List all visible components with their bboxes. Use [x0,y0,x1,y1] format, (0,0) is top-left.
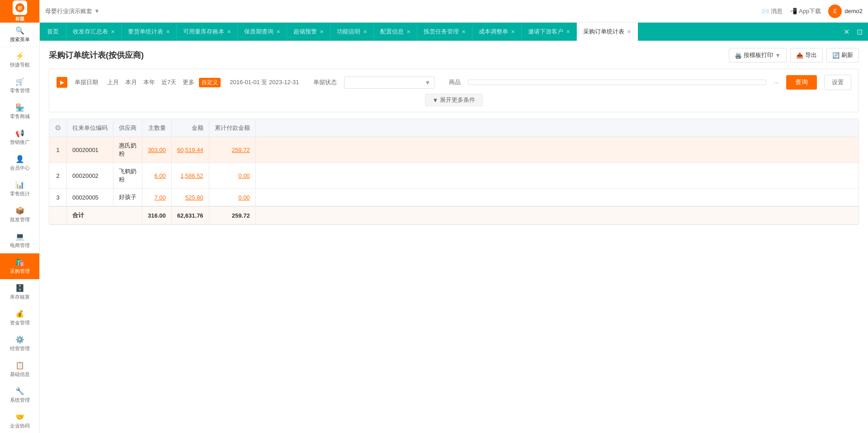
cell-amount-2[interactable]: 1,586.52 [171,163,209,189]
amount-link-2[interactable]: 1,586.52 [180,172,203,179]
tab-yaoqing[interactable]: 邀请下游客户 ✕ [522,23,577,41]
tab-peizhi-close[interactable]: ✕ [406,29,410,35]
tab-peizhi[interactable]: 配置信息 ✕ [374,23,417,41]
finance-icon: 💰 [15,309,24,318]
shortcut-more[interactable]: 更多 [181,77,196,87]
settings-button[interactable]: 设置 [824,75,851,90]
print-button[interactable]: 🖨️ 按模板打印 ▼ [729,48,787,62]
username-label: demo2 [844,8,863,14]
tab-gongnengshuo[interactable]: 功能说明 ✕ [330,23,374,41]
sidebar-item-finance[interactable]: 💰 资金管理 [0,305,39,331]
export-button[interactable]: 📤 导出 [790,48,823,62]
sidebar-item-wholesale[interactable]: 📦 批发管理 [0,202,39,228]
footer-amount: 62,631.76 [171,206,209,224]
breadcrumb-arrow-icon[interactable]: ▼ [94,8,100,14]
tab-chengben-close[interactable]: ✕ [511,29,515,35]
sidebar-item-marketing[interactable]: 📢 营销推广 [0,124,39,150]
shortcut-thismonth[interactable]: 本月 [123,77,139,87]
basic-icon: 📋 [15,361,24,370]
tab-home-label: 首页 [47,28,59,36]
member-icon: 👤 [15,155,24,163]
cell-supplier-name-3: 好孩子 [113,189,142,207]
paid-link-3[interactable]: 0.00 [238,194,250,201]
query-button[interactable]: 查询 [786,75,817,90]
paid-link-2[interactable]: 0.00 [238,172,250,179]
main-qty-link-1[interactable]: 303.00 [148,147,166,153]
cell-amount-3[interactable]: 525.80 [171,189,209,207]
tab-baozhi[interactable]: 保质期查询 ✕ [238,23,287,41]
tab-yaohuodangtongji-close[interactable]: ✕ [166,29,170,35]
tab-chaochuyujing-close[interactable]: ✕ [320,29,324,35]
main-qty-link-2[interactable]: 6.00 [154,172,165,179]
shortcut-thisyear[interactable]: 本年 [142,77,157,87]
sidebar-item-ecom[interactable]: 💻 电商管理 [0,228,39,253]
cell-amount-1[interactable]: 60,519.44 [171,137,209,163]
sidebar-label-quicknav: 快捷导航 [10,62,30,68]
tab-caigou[interactable]: 采购订单统计表 ✕ [577,23,638,41]
shortcut-7days[interactable]: 近7天 [160,77,178,87]
status-select[interactable]: ▼ [344,76,434,89]
operation-icon: ⚙️ [15,335,24,344]
tab-gongnengshuo-close[interactable]: ✕ [363,29,367,35]
filter-row: ▶ 单据日期 上月 本月 本年 近7天 更多 自定义 2016-01-01 至 … [57,75,851,90]
cell-main-qty-3[interactable]: 7.00 [142,189,172,207]
expand-tabs-button[interactable]: ⊡ [855,26,864,38]
close-all-tabs-button[interactable]: ✕ [842,26,851,38]
tab-chengben[interactable]: 成本调整单 ✕ [472,23,522,41]
user-menu[interactable]: E demo2 [828,5,863,18]
sidebar-item-inventory[interactable]: 🗄️ 库存核算 [0,279,39,305]
sidebar-item-basic[interactable]: 📋 基础信息 [0,357,39,382]
expand-button[interactable]: ▼ 展开更多条件 [425,94,483,106]
tab-yaoqing-close[interactable]: ✕ [566,29,570,35]
tab-home[interactable]: 首页 [40,23,66,41]
sidebar-item-system[interactable]: 🔧 系统管理 [0,382,39,408]
sidebar-item-retailmall[interactable]: 🏪 零售商城 [0,99,39,124]
print-label: 按模板打印 [744,51,773,59]
sidebar-search-item[interactable]: 🔍 搜索英单 [0,23,39,47]
sidebar-item-quicknav[interactable]: ⚡ 快捷导航 [0,47,39,73]
cell-paid-2[interactable]: 0.00 [209,163,255,189]
tab-keyongliang-close[interactable]: ✕ [227,29,231,35]
tab-chaochuyujing[interactable]: 超储预警 ✕ [287,23,330,41]
col-supplier-code: 往来单位编码 [67,119,113,137]
tab-keyongliang[interactable]: 可用量库存账本 ✕ [177,23,238,41]
tab-baozhi-close[interactable]: ✕ [276,29,280,35]
tab-caigou-close[interactable]: ✕ [627,29,631,35]
tab-tuhuo[interactable]: 拣货任务管理 ✕ [417,23,472,41]
sidebar-label-basic: 基础信息 [10,371,30,378]
message-button[interactable]: ✉️ 消息 [762,7,783,15]
sidebar-item-retailstat[interactable]: 📊 零售统计 [0,176,39,202]
cell-paid-3[interactable]: 0.00 [209,189,255,207]
sidebar-label-search: 搜索英单 [10,36,30,43]
custom-date-tag[interactable]: 自定义 [199,78,221,87]
app-download-button[interactable]: 📲 App下载 [790,7,821,15]
cell-supplier-code-2: 00020002 [67,163,113,189]
footer-spacer [255,206,859,224]
sidebar-item-retail[interactable]: 🛒 零售管理 [0,73,39,99]
cell-main-qty-1[interactable]: 303.00 [142,137,172,163]
topbar-right: ✉️ 消息 📲 App下载 E demo2 [762,5,863,18]
amount-link-3[interactable]: 525.80 [185,194,203,201]
goods-input[interactable] [468,80,766,85]
paid-link-1[interactable]: 259.72 [232,147,250,153]
refresh-button[interactable]: 🔄 刷新 [826,48,859,62]
cell-paid-1[interactable]: 259.72 [209,137,255,163]
retail-icon: 🛒 [15,77,24,86]
shortcut-lastmonth[interactable]: 上月 [105,77,121,87]
cell-main-qty-2[interactable]: 6.00 [142,163,172,189]
tab-yaohuodangtongji[interactable]: 要货单统计表 ✕ [122,23,177,41]
filter-more-icon[interactable]: ··· [774,79,779,86]
col-settings[interactable]: ⚙ [49,119,67,137]
tab-tuhuo-close[interactable]: ✕ [462,29,466,35]
column-settings-icon[interactable]: ⚙ [55,124,61,132]
filter-toggle-button[interactable]: ▶ [57,77,67,88]
sidebar-item-purchase[interactable]: 🛍️ 采购管理 [0,253,39,279]
tab-shoufahuizong[interactable]: 收发存汇总表 ✕ [66,23,122,41]
tab-shoufahuizong-close[interactable]: ✕ [111,29,115,35]
amount-link-1[interactable]: 60,519.44 [177,147,203,153]
sidebar-item-member[interactable]: 👤 会员中心 [0,150,39,176]
main-qty-link-3[interactable]: 7.00 [154,194,165,201]
tab-keyongliang-label: 可用量库存账本 [183,28,224,36]
sidebar-item-cooperation[interactable]: 🤝 企业协同 [0,408,39,433]
sidebar-item-operation[interactable]: ⚙️ 经营管理 [0,331,39,357]
